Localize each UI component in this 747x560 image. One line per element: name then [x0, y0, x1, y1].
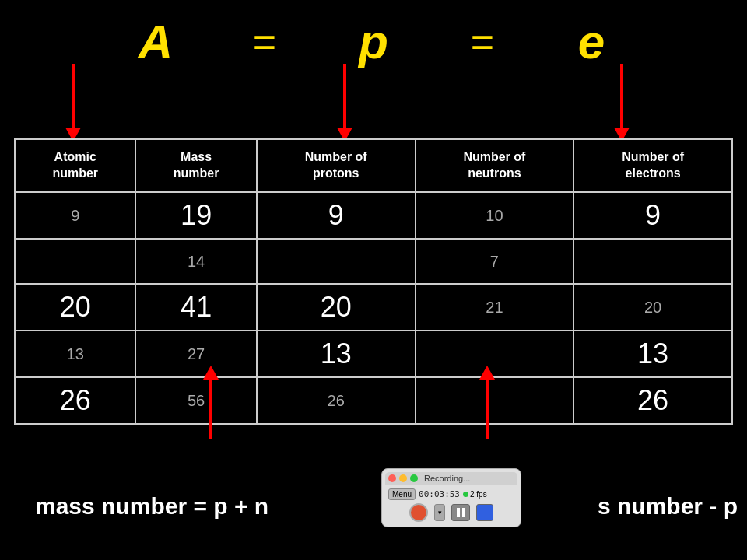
dropdown-button[interactable]: ▾: [434, 504, 445, 521]
cell-protons-3: 20: [257, 284, 416, 331]
main-table-wrapper: Atomicnumber Massnumber Number ofprotons…: [14, 138, 733, 425]
cell-electrons-3: 20: [573, 284, 732, 331]
cell-neutrons-3: 21: [416, 284, 574, 331]
col-header-neutrons: Number ofneutrons: [416, 139, 574, 192]
pause-bar-right: [462, 508, 465, 517]
table-row: 26 56 26 26: [15, 377, 732, 424]
col-header-atomic: Atomicnumber: [15, 139, 135, 192]
close-button-dot[interactable]: [388, 474, 396, 482]
formula-A: A: [86, 14, 226, 69]
pause-bar-left: [457, 508, 460, 517]
recording-widget[interactable]: Recording... Menu 00:03:53 2 fps ▾: [381, 468, 521, 527]
recording-bottom-controls: ▾: [385, 502, 517, 523]
cell-mass-4: 27: [135, 331, 256, 377]
cell-mass-3: 41: [135, 284, 256, 331]
arrow-mass-bottom: [203, 366, 219, 439]
bottom-text-right: s number - p: [598, 493, 738, 520]
record-button[interactable]: [409, 503, 428, 522]
recording-title-bar: Recording...: [385, 472, 517, 485]
menu-button[interactable]: Menu: [388, 488, 416, 500]
cell-atomic-2: [15, 239, 135, 284]
dropdown-group: ▾: [434, 504, 445, 521]
minimize-button-dot[interactable]: [399, 474, 407, 482]
cell-electrons-5: 26: [573, 377, 732, 424]
cell-atomic-1: 9: [15, 192, 135, 239]
col-header-electrons: Number ofelectrons: [573, 139, 732, 192]
table-row: 14 7: [15, 239, 732, 284]
cell-protons-5: 26: [257, 377, 416, 424]
cell-atomic-4: 13: [15, 331, 135, 377]
formula-row: A = p = e: [0, 0, 747, 69]
maximize-button-dot[interactable]: [410, 474, 418, 482]
cell-atomic-3: 20: [15, 284, 135, 331]
recording-controls-row: Menu 00:03:53 2 fps: [385, 487, 517, 502]
table-row: 9 19 9 10 9: [15, 192, 732, 239]
arrow-neutron-bottom: [479, 366, 495, 439]
arrow-atomic: [65, 64, 81, 142]
recording-time: 00:03:53: [419, 489, 460, 499]
table-row: 13 27 13 13: [15, 331, 732, 377]
recording-title: Recording...: [424, 474, 470, 483]
cell-atomic-5: 26: [15, 377, 135, 424]
formula-p: p: [303, 14, 444, 69]
cell-mass-1: 19: [135, 192, 256, 239]
arrow-electrons: [614, 64, 630, 142]
bottom-text-left: mass number = p + n: [35, 493, 268, 520]
cell-electrons-1: 9: [573, 192, 732, 239]
formula-equals1: =: [226, 19, 303, 65]
cell-neutrons-2: 7: [416, 239, 574, 284]
cell-protons-4: 13: [257, 331, 416, 377]
elements-table: Atomicnumber Massnumber Number ofprotons…: [14, 138, 733, 425]
stop-button[interactable]: [476, 504, 493, 521]
arrow-protons: [337, 64, 352, 142]
formula-e: e: [521, 14, 661, 69]
cell-electrons-4: 13: [573, 331, 732, 377]
cell-electrons-2: [573, 239, 732, 284]
pause-button[interactable]: [451, 504, 470, 521]
fps-indicator: [463, 492, 468, 497]
cell-mass-5: 56: [135, 377, 256, 424]
recording-fps: 2 fps: [463, 490, 487, 499]
cell-protons-2: [257, 239, 416, 284]
cell-neutrons-1: 10: [416, 192, 574, 239]
table-row: 20 41 20 21 20: [15, 284, 732, 331]
formula-equals2: =: [444, 19, 521, 65]
cell-protons-1: 9: [257, 192, 416, 239]
cell-mass-2: 14: [135, 239, 256, 284]
col-header-protons: Number ofprotons: [257, 139, 416, 192]
col-header-mass: Massnumber: [135, 139, 256, 192]
